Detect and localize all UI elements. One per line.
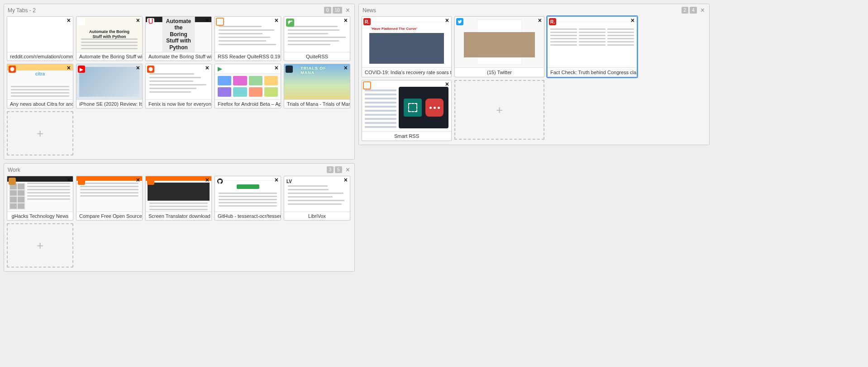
- tab-tile[interactable]: ×RSS Reader QuiteRSS 0.19.4 o: [215, 16, 281, 61]
- close-tab-button[interactable]: ×: [135, 65, 141, 71]
- tab-thumbnail[interactable]: TRIALS OF MANA: [284, 64, 350, 99]
- tab-thumbnail[interactable]: [146, 176, 211, 212]
- close-tab-button[interactable]: ×: [135, 177, 141, 183]
- favicon: [216, 18, 224, 25]
- close-tab-button[interactable]: ×: [343, 177, 349, 183]
- close-tab-button[interactable]: ×: [66, 177, 72, 183]
- close-group-button[interactable]: ×: [700, 8, 706, 13]
- favicon: [456, 18, 463, 25]
- tab-thumbnail[interactable]: [215, 176, 281, 212]
- tab-thumbnail[interactable]: 'Have Flattened The Curve': [362, 17, 451, 67]
- tab-thumbnail[interactable]: [455, 17, 544, 67]
- favicon: [216, 66, 224, 73]
- tab-thumbnail[interactable]: Automate the Boring Stuff with Python: [76, 17, 142, 52]
- tab-thumbnail[interactable]: [362, 80, 451, 131]
- group-title[interactable]: Work: [8, 167, 325, 173]
- close-tab-button[interactable]: ×: [135, 17, 141, 24]
- close-group-button[interactable]: ×: [345, 8, 351, 13]
- close-tab-button[interactable]: ×: [630, 17, 636, 24]
- favicon: [9, 178, 16, 185]
- close-tab-button[interactable]: ×: [343, 65, 349, 71]
- tab-title: GitHub - tesseract-ocr/tesserac: [215, 212, 281, 220]
- tab-tile[interactable]: ×(15) Twitter: [454, 16, 544, 77]
- tab-tile[interactable]: ×Compare Free Open Source So: [76, 176, 143, 221]
- close-tab-button[interactable]: ×: [66, 65, 72, 71]
- tab-tile[interactable]: ×TRIALS OF MANATrials of Mana - Trials o…: [284, 64, 350, 108]
- close-tab-button[interactable]: ×: [204, 177, 210, 183]
- tab-tile[interactable]: ×Screen Translator download | S: [145, 176, 212, 221]
- tab-tile[interactable]: ×reddit.com/r/emulation/commen: [7, 16, 73, 61]
- favicon: R.: [549, 18, 556, 25]
- tab-title: Fenix is now live for everyone in: [146, 99, 211, 108]
- tab-tile[interactable]: U×Automate the Boring Stuff with PythonA…: [145, 16, 212, 61]
- favicon: [286, 66, 293, 73]
- favicon: [216, 178, 224, 185]
- tab-tile[interactable]: ×Automate the Boring Stuff with PythonAu…: [76, 16, 143, 61]
- close-tab-button[interactable]: ×: [273, 65, 280, 71]
- favicon: [9, 66, 16, 73]
- tab-thumbnail[interactable]: Automate the Boring Stuff with Python: [146, 17, 211, 52]
- favicon: [286, 18, 293, 25]
- tab-thumbnail[interactable]: [7, 176, 73, 212]
- tab-tile[interactable]: R.×Fact Check: Truth behind Congress cla…: [547, 16, 637, 77]
- svg-point-0: [10, 67, 14, 71]
- favicon: [78, 18, 85, 25]
- tab-title: Compare Free Open Source So: [76, 212, 142, 220]
- tab-title: Any news about Citra for androi: [7, 99, 73, 108]
- close-tab-button[interactable]: ×: [444, 17, 450, 24]
- favicon: [363, 82, 371, 89]
- tab-thumbnail[interactable]: [548, 17, 637, 67]
- group-badge: 4: [690, 7, 697, 14]
- tab-thumbnail[interactable]: [215, 17, 281, 52]
- tab-tile[interactable]: LV×LibriVox: [284, 176, 350, 221]
- close-tab-button[interactable]: ×: [204, 65, 210, 71]
- tiles-container: ×reddit.com/r/emulation/commen×Automate …: [6, 16, 353, 155]
- tab-title: reddit.com/r/emulation/commen: [7, 52, 73, 61]
- close-tab-button[interactable]: ×: [273, 177, 280, 183]
- group-title[interactable]: News: [362, 7, 680, 14]
- tab-thumbnail[interactable]: [284, 17, 350, 52]
- group-title[interactable]: My Tabs - 2: [8, 7, 323, 14]
- tab-tile[interactable]: ×citraAny news about Citra for androi: [7, 64, 73, 108]
- tab-tile[interactable]: ×Fenix is now live for everyone in: [145, 64, 212, 108]
- group-badge: 5: [335, 166, 342, 173]
- tab-thumbnail[interactable]: [215, 64, 281, 99]
- favicon: LV: [286, 178, 293, 185]
- favicon: R.: [363, 18, 371, 25]
- group-badge: 2: [682, 7, 689, 14]
- tab-tile[interactable]: ▶×iPhone SE (2020) Review: It All: [76, 64, 143, 108]
- close-tab-button[interactable]: ×: [537, 17, 543, 24]
- tab-tile[interactable]: R.×'Have Flattened The Curve'COVID-19: I…: [362, 16, 452, 77]
- tab-group: Work35××gHacks Technology News×Compare F…: [4, 163, 355, 272]
- tab-thumbnail[interactable]: [76, 64, 142, 99]
- close-tab-button[interactable]: ×: [273, 17, 280, 24]
- group-header: My Tabs - 2010×: [6, 6, 353, 16]
- tab-thumbnail[interactable]: [284, 176, 350, 212]
- tab-tile[interactable]: ×Smart RSS: [362, 80, 452, 141]
- tab-thumbnail[interactable]: citra: [7, 64, 73, 99]
- tab-tile[interactable]: ×GitHub - tesseract-ocr/tesserac: [215, 176, 281, 221]
- tab-thumbnail[interactable]: [76, 176, 142, 212]
- tab-tile[interactable]: ×gHacks Technology News: [7, 176, 73, 221]
- tab-tile[interactable]: ×QuiteRSS: [284, 16, 350, 61]
- tab-title: iPhone SE (2020) Review: It All: [76, 99, 142, 108]
- group-badge: 10: [333, 7, 342, 14]
- tab-title: Automate the Boring Stuff with P: [76, 52, 142, 61]
- tiles-container: R.×'Have Flattened The Curve'COVID-19: I…: [361, 16, 707, 141]
- group-header: Work35×: [6, 165, 353, 176]
- close-tab-button[interactable]: ×: [444, 81, 450, 87]
- tab-thumbnail[interactable]: [7, 17, 73, 52]
- tab-title: LibriVox: [284, 212, 350, 220]
- add-tab-button[interactable]: +: [7, 111, 73, 155]
- tab-title: Screen Translator download | S: [146, 212, 211, 220]
- tab-thumbnail[interactable]: [146, 64, 211, 99]
- tab-title: QuiteRSS: [284, 52, 350, 61]
- add-tab-button[interactable]: +: [7, 223, 73, 268]
- close-tab-button[interactable]: ×: [343, 17, 349, 24]
- add-tab-button[interactable]: +: [454, 80, 544, 140]
- tab-title: RSS Reader QuiteRSS 0.19.4 o: [215, 52, 281, 61]
- close-tab-button[interactable]: ×: [204, 17, 210, 24]
- tab-tile[interactable]: ×Firefox for Android Beta – Apps: [215, 64, 281, 108]
- close-tab-button[interactable]: ×: [66, 17, 72, 24]
- close-group-button[interactable]: ×: [345, 167, 351, 173]
